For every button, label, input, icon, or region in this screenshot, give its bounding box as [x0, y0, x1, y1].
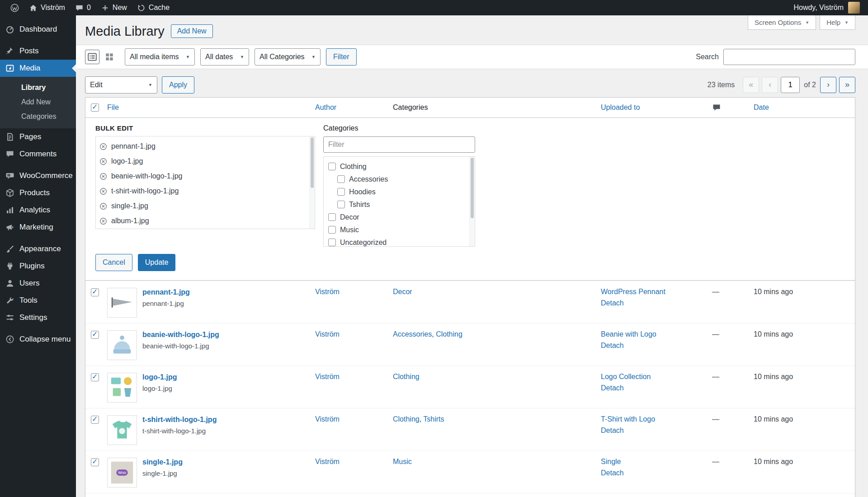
uploaded-to-link[interactable]: Single — [601, 458, 621, 466]
row-checkbox[interactable] — [91, 416, 99, 424]
remove-file-icon[interactable] — [99, 158, 107, 165]
remove-file-icon[interactable] — [99, 173, 107, 180]
cache-menu[interactable]: Cache — [132, 0, 175, 15]
add-new-button[interactable]: Add New — [171, 24, 213, 38]
detach-link[interactable]: Detach — [601, 299, 624, 307]
sidebar-item-tools[interactable]: Tools — [0, 292, 76, 309]
row-checkbox[interactable] — [91, 331, 99, 339]
scrollbar-thumb[interactable] — [471, 158, 474, 219]
comments-column-icon[interactable] — [712, 103, 721, 112]
column-file-sort[interactable]: File — [107, 103, 119, 112]
row-checkbox[interactable] — [91, 288, 99, 296]
sidebar-item-users[interactable]: Users — [0, 275, 76, 292]
sidebar-item-collapse[interactable]: Collapse menu — [0, 331, 76, 348]
column-uploaded-to-sort[interactable]: Uploaded to — [601, 103, 640, 112]
wordpress-logo-menu[interactable] — [5, 0, 24, 15]
date-filter[interactable]: All dates — [200, 48, 249, 66]
apply-button[interactable]: Apply — [162, 76, 194, 94]
sidebar-item-woocommerce[interactable]: WooCommerce — [0, 167, 76, 184]
category-option-decor[interactable]: Decor — [328, 211, 467, 224]
sidebar-item-media[interactable]: Media — [0, 60, 76, 77]
next-page-button[interactable]: › — [820, 77, 836, 93]
category-filter[interactable]: All Categories — [255, 48, 321, 66]
sidebar-item-posts[interactable]: Posts — [0, 42, 76, 60]
category-option-uncategorized[interactable]: Uncategorized — [328, 236, 467, 247]
update-button[interactable]: Update — [138, 254, 176, 271]
author-link[interactable]: Viström — [315, 330, 340, 338]
sidebar-item-plugins[interactable]: Plugins — [0, 258, 76, 275]
file-title-link[interactable]: single-1.jpg — [142, 458, 183, 466]
category-option-accessories[interactable]: Accessories — [337, 173, 467, 186]
sidebar-item-pages[interactable]: Pages — [0, 128, 76, 145]
last-page-button[interactable]: » — [839, 77, 855, 93]
category-link[interactable]: Accessories — [393, 330, 432, 338]
file-title-link[interactable]: pennant-1.jpg — [142, 288, 190, 296]
uploaded-to-link[interactable]: Beanie with Logo — [601, 330, 656, 338]
category-option-tshirts[interactable]: Tshirts — [337, 198, 467, 211]
screen-options-button[interactable]: Screen Options ▼ — [748, 15, 816, 30]
remove-file-icon[interactable] — [99, 188, 107, 195]
sidebar-item-dashboard[interactable]: Dashboard — [0, 21, 76, 38]
category-filter-input[interactable] — [323, 136, 475, 153]
sidebar-item-marketing[interactable]: Marketing — [0, 219, 76, 236]
submenu-item-library[interactable]: Library — [0, 80, 76, 95]
category-link[interactable]: Tshirts — [423, 415, 444, 423]
filter-button[interactable]: Filter — [326, 48, 357, 66]
help-button[interactable]: Help ▼ — [820, 15, 855, 30]
file-title-link[interactable]: t-shirt-with-logo-1.jpg — [142, 416, 217, 424]
search-input[interactable] — [723, 49, 855, 65]
remove-file-icon[interactable] — [99, 202, 107, 210]
sidebar-item-analytics[interactable]: Analytics — [0, 202, 76, 219]
category-checkbox[interactable] — [328, 239, 336, 246]
category-option-hoodies[interactable]: Hoodies — [337, 186, 467, 198]
category-checkbox[interactable] — [337, 188, 345, 196]
sidebar-item-products[interactable]: Products — [0, 184, 76, 202]
grid-view-button[interactable] — [102, 50, 117, 64]
column-date-sort[interactable]: Date — [754, 103, 769, 112]
scrollbar[interactable] — [309, 136, 315, 229]
uploaded-to-link[interactable]: WordPress Pennant — [601, 288, 665, 296]
comments-menu[interactable]: 0 — [70, 0, 96, 15]
category-checkbox[interactable] — [337, 201, 345, 208]
bulk-action-select[interactable]: Edit — [85, 76, 157, 94]
site-name-menu[interactable]: Viström — [24, 0, 70, 15]
first-page-button[interactable]: « — [743, 77, 759, 93]
uploaded-to-link[interactable]: Logo Collection — [601, 373, 651, 381]
category-checkbox[interactable] — [328, 163, 336, 170]
category-link[interactable]: Clothing — [393, 373, 420, 380]
scrollbar-thumb[interactable] — [311, 137, 314, 188]
category-checkbox[interactable] — [328, 226, 336, 234]
category-link[interactable]: Music — [393, 458, 412, 465]
prev-page-button[interactable]: ‹ — [762, 77, 778, 93]
author-link[interactable]: Viström — [315, 373, 340, 380]
current-page-input[interactable] — [781, 77, 800, 93]
category-option-clothing[interactable]: Clothing — [328, 160, 467, 173]
author-link[interactable]: Viström — [315, 288, 340, 295]
sidebar-item-appearance[interactable]: Appearance — [0, 240, 76, 258]
submenu-item-add-new[interactable]: Add New — [0, 95, 76, 109]
detach-link[interactable]: Detach — [601, 384, 624, 392]
scrollbar[interactable] — [469, 157, 475, 246]
detach-link[interactable]: Detach — [601, 469, 624, 477]
row-checkbox[interactable] — [91, 373, 99, 381]
row-checkbox[interactable] — [91, 458, 99, 466]
select-all-checkbox[interactable] — [91, 103, 99, 112]
category-checkbox[interactable] — [328, 213, 336, 221]
remove-file-icon[interactable] — [99, 143, 107, 150]
file-title-link[interactable]: logo-1.jpg — [142, 373, 177, 381]
author-link[interactable]: Viström — [315, 415, 340, 423]
category-link[interactable]: Clothing — [436, 330, 462, 338]
submenu-item-categories[interactable]: Categories — [0, 109, 76, 124]
sidebar-item-comments[interactable]: Comments — [0, 145, 76, 163]
category-option-music[interactable]: Music — [328, 224, 467, 236]
list-view-button[interactable] — [85, 50, 99, 64]
sidebar-item-settings[interactable]: Settings — [0, 309, 76, 326]
detach-link[interactable]: Detach — [601, 342, 624, 350]
cancel-button[interactable]: Cancel — [95, 254, 132, 271]
author-link[interactable]: Viström — [315, 458, 340, 465]
category-link[interactable]: Decor — [393, 288, 412, 295]
my-account-menu[interactable]: Howdy, Viström — [793, 2, 863, 14]
category-checkbox[interactable] — [337, 175, 345, 183]
uploaded-to-link[interactable]: T-Shirt with Logo — [601, 415, 655, 423]
media-type-filter[interactable]: All media items — [125, 48, 195, 66]
